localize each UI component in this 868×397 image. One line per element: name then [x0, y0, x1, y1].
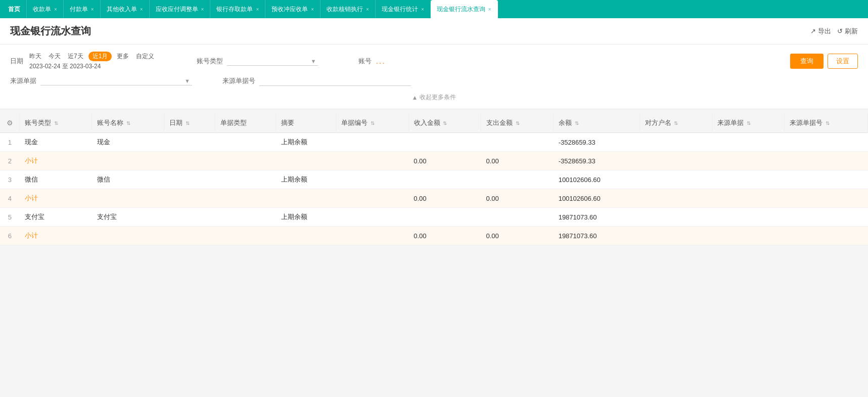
- nav-tab-prepay-offset[interactable]: 预收冲应收单 ×: [265, 0, 321, 18]
- page-title: 现金银行流水查询: [10, 24, 91, 38]
- date-shortcut-more[interactable]: 更多: [115, 52, 131, 61]
- cell-doc-type: [215, 133, 276, 152]
- cell-expense: 0.00: [481, 152, 553, 170]
- date-shortcut-7days[interactable]: 近7天: [66, 52, 85, 61]
- close-icon[interactable]: ×: [201, 7, 204, 12]
- cell-source-doc-no: [785, 227, 868, 245]
- sort-icon: ⇅: [126, 120, 130, 126]
- cell-account-name: 微信: [92, 170, 164, 189]
- close-icon[interactable]: ×: [421, 7, 424, 12]
- cell-doc-no: [336, 170, 408, 189]
- column-doc-no[interactable]: 单据编号 ⇅: [336, 113, 408, 133]
- settings-button[interactable]: 设置: [828, 54, 858, 69]
- row-number: 3: [0, 170, 20, 189]
- nav-tab-home[interactable]: 首页: [2, 0, 27, 18]
- nav-tab-receipt[interactable]: 收款单 ×: [27, 0, 64, 18]
- cell-counterpart: [639, 227, 712, 245]
- row-number: 2: [0, 152, 20, 170]
- cell-income: 0.00: [408, 152, 481, 170]
- date-filter: 日期 昨天 今天 近7天 近1月 更多 自定义 2023-02-24 至 202…: [10, 52, 156, 71]
- row-number: 4: [0, 189, 20, 208]
- source-doc-select[interactable]: ▼: [40, 77, 192, 85]
- nav-tab-receipt-verify[interactable]: 收款核销执行 ×: [321, 0, 376, 18]
- close-icon[interactable]: ×: [256, 7, 259, 12]
- date-shortcuts: 昨天 今天 近7天 近1月 更多 自定义: [27, 52, 156, 61]
- nav-tab-payment[interactable]: 付款单 ×: [64, 0, 101, 18]
- gear-icon[interactable]: ⚙: [5, 118, 14, 127]
- account-dots[interactable]: ...: [376, 57, 385, 66]
- date-shortcut-today[interactable]: 今天: [47, 52, 63, 61]
- sort-icon: ⇅: [516, 120, 520, 126]
- action-buttons: 查询 设置: [790, 54, 858, 69]
- date-shortcut-custom[interactable]: 自定义: [134, 52, 156, 61]
- close-icon[interactable]: ×: [488, 7, 491, 12]
- table-row: 4小计0.000.00100102606.60: [0, 189, 868, 208]
- cell-income: 0.00: [408, 189, 481, 208]
- close-icon[interactable]: ×: [311, 7, 314, 12]
- cell-doc-no: [336, 133, 408, 152]
- close-icon[interactable]: ×: [140, 7, 143, 12]
- refresh-button[interactable]: ↺ 刷新: [837, 27, 858, 36]
- export-icon: ↗: [810, 27, 816, 35]
- date-shortcuts-group: 昨天 今天 近7天 近1月 更多 自定义 2023-02-24 至 2023-0…: [27, 52, 156, 71]
- source-doc-no-label: 来源单据号: [222, 76, 255, 85]
- sort-icon: ⇅: [674, 120, 678, 126]
- export-button[interactable]: ↗ 导出: [810, 27, 831, 36]
- column-account-name[interactable]: 账号名称 ⇅: [92, 113, 164, 133]
- date-shortcut-yesterday[interactable]: 昨天: [27, 52, 43, 61]
- cell-doc-no: [336, 189, 408, 208]
- cell-expense: [481, 170, 553, 189]
- cell-account-name: [92, 152, 164, 170]
- cell-counterpart: [639, 133, 712, 152]
- sort-icon: ⇅: [747, 120, 751, 126]
- close-icon[interactable]: ×: [91, 7, 94, 12]
- collapse-button[interactable]: ▲ 收起更多条件: [412, 93, 456, 102]
- column-date[interactable]: 日期 ⇅: [164, 113, 215, 133]
- cell-summary: 上期余额: [276, 170, 336, 189]
- close-icon[interactable]: ×: [54, 7, 57, 12]
- header-actions: ↗ 导出 ↺ 刷新: [810, 27, 858, 36]
- account-type-label: 账号类型: [197, 57, 223, 66]
- column-account-type[interactable]: 账号类型 ⇅: [20, 113, 92, 133]
- cell-source-doc: [712, 208, 784, 227]
- source-doc-no-filter: 来源单据号: [222, 76, 411, 86]
- cell-balance: 100102606.60: [554, 170, 640, 189]
- query-button[interactable]: 查询: [790, 54, 824, 69]
- column-source-doc-no[interactable]: 来源单据号 ⇅: [785, 113, 868, 133]
- cell-source-doc-no: [785, 208, 868, 227]
- cell-date: [164, 227, 215, 245]
- column-counterpart[interactable]: 对方户名 ⇅: [639, 113, 712, 133]
- cell-source-doc: [712, 152, 784, 170]
- nav-tab-ar-ap-adjust[interactable]: 应收应付调整单 ×: [150, 0, 211, 18]
- refresh-icon: ↺: [837, 27, 843, 35]
- date-shortcut-1month[interactable]: 近1月: [88, 52, 112, 61]
- cell-account-name: 现金: [92, 133, 164, 152]
- row-number: 1: [0, 133, 20, 152]
- table-row: 3微信微信上期余额100102606.60: [0, 170, 868, 189]
- close-icon[interactable]: ×: [366, 7, 369, 12]
- source-doc-label: 来源单据: [10, 76, 36, 85]
- cell-doc-type: [215, 189, 276, 208]
- source-doc-no-input[interactable]: [259, 76, 411, 86]
- column-settings[interactable]: ⚙: [0, 113, 20, 133]
- table-row: 6小计0.000.0019871073.60: [0, 227, 868, 245]
- column-balance[interactable]: 余额 ⇅: [554, 113, 640, 133]
- cell-expense: 0.00: [481, 227, 553, 245]
- column-expense[interactable]: 支出金额 ⇅: [481, 113, 553, 133]
- cell-account-type: 微信: [20, 170, 92, 189]
- cell-balance: 19871073.60: [554, 208, 640, 227]
- cell-counterpart: [639, 170, 712, 189]
- cell-source-doc-no: [785, 189, 868, 208]
- column-income[interactable]: 收入金额 ⇅: [408, 113, 481, 133]
- nav-tab-cash-bank-flow[interactable]: 现金银行流水查询 ×: [431, 0, 498, 18]
- nav-tab-cash-bank-stat[interactable]: 现金银行统计 ×: [376, 0, 431, 18]
- cell-balance: 19871073.60: [554, 227, 640, 245]
- table-wrapper: ⚙ 账号类型 ⇅ 账号名称 ⇅ 日期 ⇅ 单据类型 摘要 单据编号 ⇅ 收入金额…: [0, 113, 868, 245]
- nav-tab-bank-deposit[interactable]: 银行存取款单 ×: [210, 0, 265, 18]
- column-source-doc[interactable]: 来源单据 ⇅: [712, 113, 784, 133]
- chevron-down-icon-2: ▼: [185, 78, 190, 84]
- cell-income: [408, 208, 481, 227]
- account-type-select[interactable]: ▼: [227, 57, 318, 66]
- nav-tab-other-income[interactable]: 其他收入单 ×: [101, 0, 150, 18]
- chevron-down-icon: ▼: [310, 58, 316, 64]
